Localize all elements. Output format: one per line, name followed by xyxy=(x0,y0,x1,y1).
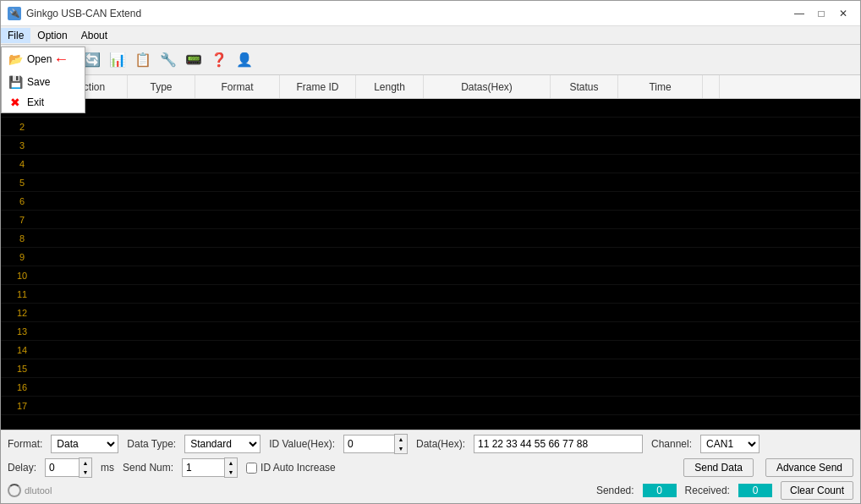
channel-select[interactable]: CAN1 CAN2 xyxy=(700,435,760,453)
toolbar-table-btn[interactable]: 📋 xyxy=(131,48,155,72)
id-auto-increase-label: ID Auto Increase xyxy=(260,462,336,474)
table-row: 12 xyxy=(1,304,860,322)
table-row: 10 xyxy=(1,266,860,285)
cell-index: 13 xyxy=(1,326,43,337)
format-label: Format: xyxy=(8,438,42,450)
cell-index: 15 xyxy=(1,364,43,374)
exit-icon: ✖ xyxy=(8,96,22,109)
col-format: Format xyxy=(195,75,280,98)
save-icon: 💾 xyxy=(8,75,22,89)
toolbar-user-btn[interactable]: 👤 xyxy=(233,48,256,72)
menu-bar: File 📂 Open ← 💾 Save ✖ Exit Op xyxy=(1,26,860,45)
menu-save[interactable]: 💾 Save xyxy=(2,72,85,92)
arrow-indicator: ← xyxy=(53,51,69,68)
bottom-row-2: Delay: ▲ ▼ ms Send Num: ▲ ▼ ID Auto Incr xyxy=(8,457,853,478)
delay-spinner-btns: ▲ ▼ xyxy=(79,457,92,478)
cell-index: 10 xyxy=(1,271,43,281)
id-auto-increase-checkbox[interactable] xyxy=(246,463,257,474)
cell-index: 17 xyxy=(1,401,43,411)
send-data-button[interactable]: Send Data xyxy=(683,458,754,477)
cell-index: 4 xyxy=(1,159,43,169)
table-row: 5 xyxy=(1,173,860,192)
format-select[interactable]: Data Remote xyxy=(51,435,118,453)
delay-up-btn[interactable]: ▲ xyxy=(80,458,91,468)
cell-index: 7 xyxy=(1,215,43,225)
delay-input[interactable] xyxy=(45,458,79,477)
title-bar: 🔌 Ginkgo USB-CAN Extend — □ ✕ xyxy=(1,1,860,26)
table-row: 4 xyxy=(1,155,860,173)
menu-exit[interactable]: ✖ Exit xyxy=(2,92,85,112)
menu-option[interactable]: Option xyxy=(30,26,74,44)
loading-icon xyxy=(8,484,21,497)
content-area: Index Direction Type Format Frame ID Len… xyxy=(1,75,860,430)
cell-index: 8 xyxy=(1,233,43,244)
cell-index: 14 xyxy=(1,345,43,355)
table-header: Index Direction Type Format Frame ID Len… xyxy=(1,75,860,99)
table-row: 16 xyxy=(1,378,860,397)
close-button[interactable]: ✕ xyxy=(833,5,853,22)
menu-about[interactable]: About xyxy=(74,26,114,44)
toolbar-device-btn[interactable]: 📟 xyxy=(182,48,206,72)
cell-index: 12 xyxy=(1,308,43,318)
send-num-down-btn[interactable]: ▼ xyxy=(225,468,237,477)
watermark-text: dlutool xyxy=(25,485,52,496)
id-value-spinner: ▲ ▼ xyxy=(343,434,408,454)
received-value: 0 xyxy=(738,484,772,497)
table-row: 1 xyxy=(1,99,860,118)
sended-label: Sended: xyxy=(596,485,634,496)
app-icon: 🔌 xyxy=(8,7,21,20)
send-num-label: Send Num: xyxy=(123,462,173,474)
file-menu-wrap: File 📂 Open ← 💾 Save ✖ Exit xyxy=(1,28,30,43)
id-value-label: ID Value(Hex): xyxy=(269,438,335,450)
menu-open[interactable]: 📂 Open ← xyxy=(2,47,85,72)
send-num-spinner: ▲ ▼ xyxy=(182,457,238,478)
data-type-select[interactable]: Standard Extended xyxy=(184,435,260,453)
table-row: 11 xyxy=(1,285,860,304)
table-row: 6 xyxy=(1,192,860,211)
send-num-input[interactable] xyxy=(182,458,224,477)
col-scroll xyxy=(703,75,720,98)
delay-down-btn[interactable]: ▼ xyxy=(80,468,91,477)
toolbar-filter-btn[interactable]: 🔧 xyxy=(156,48,180,72)
maximize-button[interactable]: □ xyxy=(811,5,831,22)
table-row: 3 xyxy=(1,136,860,155)
send-num-up-btn[interactable]: ▲ xyxy=(225,458,237,468)
toolbar-chart-btn[interactable]: 📊 xyxy=(106,48,129,72)
cell-index: 9 xyxy=(1,252,43,262)
toolbar-help-btn[interactable]: ❓ xyxy=(207,48,231,72)
clear-count-button[interactable]: Clear Count xyxy=(781,481,853,500)
data-hex-input[interactable] xyxy=(474,435,643,453)
advance-send-button[interactable]: Advance Send xyxy=(765,458,853,477)
cell-index: 5 xyxy=(1,178,43,188)
col-frameid: Frame ID xyxy=(280,75,356,98)
data-type-label: Data Type: xyxy=(127,438,176,450)
main-window: 🔌 Ginkgo USB-CAN Extend — □ ✕ File 📂 Ope… xyxy=(0,0,861,504)
id-value-down-btn[interactable]: ▼ xyxy=(395,444,407,453)
table-row: 2 xyxy=(1,118,860,136)
title-controls: — □ ✕ xyxy=(789,5,853,22)
received-label: Received: xyxy=(685,485,730,496)
cell-index: 2 xyxy=(1,122,43,132)
col-type: Type xyxy=(128,75,195,98)
bottom-panel: Format: Data Remote Data Type: Standard … xyxy=(1,430,860,503)
sended-value: 0 xyxy=(643,484,677,497)
id-auto-increase-wrap: ID Auto Increase xyxy=(246,462,336,474)
table-body[interactable]: 1 2 3 xyxy=(1,99,860,430)
cell-index: 6 xyxy=(1,196,43,206)
delay-spinner: ▲ ▼ xyxy=(45,457,92,478)
table-row: 9 xyxy=(1,248,860,266)
channel-label: Channel: xyxy=(651,438,692,450)
menu-file[interactable]: File xyxy=(1,28,30,43)
table-row: 17 xyxy=(1,397,860,415)
table-row: 8 xyxy=(1,229,860,248)
file-dropdown-menu: 📂 Open ← 💾 Save ✖ Exit xyxy=(1,47,85,113)
table-row: 14 xyxy=(1,341,860,359)
table-row: 15 xyxy=(1,359,860,378)
minimize-button[interactable]: — xyxy=(789,5,809,22)
id-value-up-btn[interactable]: ▲ xyxy=(395,435,407,444)
window-title: Ginkgo USB-CAN Extend xyxy=(26,8,141,19)
open-icon: 📂 xyxy=(8,52,22,66)
delay-label: Delay: xyxy=(8,462,36,474)
send-num-spinner-btns: ▲ ▼ xyxy=(224,457,238,478)
id-value-input[interactable] xyxy=(343,435,394,453)
